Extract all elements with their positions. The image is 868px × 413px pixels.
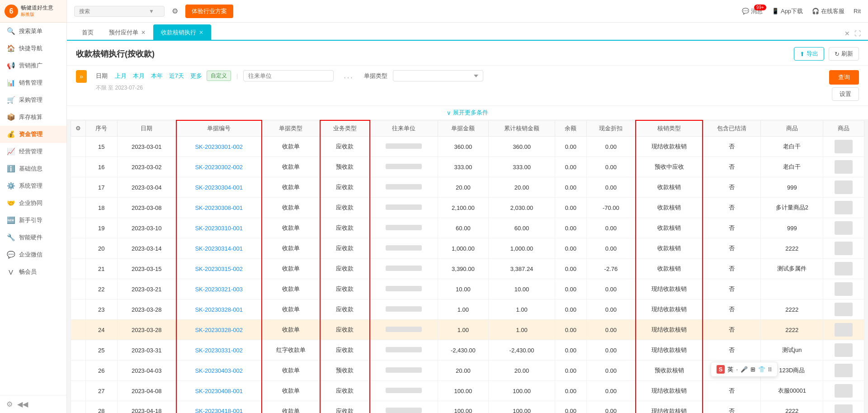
shortcut-this-year[interactable]: 本年 <box>149 71 165 81</box>
search-input[interactable] <box>79 8 147 14</box>
table-row[interactable]: 27 2023-04-08 SK-20230408-001 收款单 应收款 10… <box>71 381 864 401</box>
solution-button[interactable]: 体验行业方案 <box>185 5 233 18</box>
row-doc-no[interactable]: SK-20230310-001 <box>176 218 262 238</box>
doc-no-link[interactable]: SK-20230403-002 <box>195 367 243 374</box>
table-area[interactable]: ⚙ 序号 日期 单据编号 单据类型 业务类型 往来单位 单据金额 累计核销金额 … <box>67 120 868 413</box>
table-row[interactable]: 24 2023-03-28 SK-20230328-002 收款单 应收款 1.… <box>71 320 864 340</box>
row-gear[interactable] <box>71 320 86 340</box>
row-gear[interactable] <box>71 177 86 198</box>
tab-home[interactable]: 首页 <box>74 24 101 40</box>
doc-no-link[interactable]: SK-20230321-003 <box>195 286 243 293</box>
doc-no-link[interactable]: SK-20230308-001 <box>195 204 243 211</box>
sidebar-item-basic[interactable]: ℹ️基础信息 <box>0 160 66 177</box>
table-row[interactable]: 26 2023-04-03 SK-20230403-002 收款单 预收款 20… <box>71 361 864 381</box>
custom-date-tag[interactable]: 自定义 <box>207 71 231 81</box>
sidebar-item-guide[interactable]: 🆕新手引导 <box>0 212 66 229</box>
row-gear[interactable] <box>71 401 86 413</box>
sidebar-item-hardware[interactable]: 🔧智能硬件 <box>0 229 66 246</box>
sidebar-item-shortcut[interactable]: 🏠快捷导航 <box>0 40 66 57</box>
doc-no-link[interactable]: SK-20230304-001 <box>195 184 243 191</box>
sidebar-item-search[interactable]: 🔍搜索菜单 <box>0 23 66 40</box>
sidebar-item-purchase[interactable]: 🛒采购管理 <box>0 91 66 109</box>
settings-gear-icon[interactable]: ⚙ <box>172 7 178 15</box>
online-service-button[interactable]: 🎧 在线客服 <box>812 7 844 15</box>
doc-no-link[interactable]: SK-20230314-001 <box>195 245 243 252</box>
table-row[interactable]: 19 2023-03-10 SK-20230310-001 收款单 应收款 60… <box>71 218 864 238</box>
row-doc-no[interactable]: SK-20230302-002 <box>176 157 262 177</box>
table-row[interactable]: 17 2023-03-04 SK-20230304-001 收款单 应收款 20… <box>71 177 864 198</box>
tab-close-collection[interactable]: ✕ <box>199 29 203 36</box>
table-row[interactable]: 16 2023-03-02 SK-20230302-002 收款单 预收款 33… <box>71 157 864 177</box>
type-select[interactable] <box>393 70 483 81</box>
sidebar-item-system[interactable]: ⚙️系统管理 <box>0 177 66 195</box>
row-doc-no[interactable]: SK-20230315-002 <box>176 259 262 279</box>
tab-close-prepayment[interactable]: ✕ <box>141 29 146 36</box>
row-gear[interactable] <box>71 279 86 299</box>
doc-no-link[interactable]: SK-20230418-001 <box>195 408 243 413</box>
row-gear[interactable] <box>71 157 86 177</box>
shortcut-more[interactable]: 更多 <box>189 71 204 81</box>
sidebar-item-member[interactable]: V畅会员 <box>0 263 66 280</box>
tab-collection[interactable]: 收款核销执行 ✕ <box>153 24 211 40</box>
row-doc-no[interactable]: SK-20230328-002 <box>176 320 262 340</box>
sidebar-item-collab[interactable]: 🤝企业协同 <box>0 195 66 212</box>
user-label[interactable]: Rit <box>854 8 861 14</box>
sidebar-item-operations[interactable]: 📈经营管理 <box>0 143 66 160</box>
row-doc-no[interactable]: SK-20230301-002 <box>176 137 262 157</box>
row-gear[interactable] <box>71 198 86 218</box>
table-row[interactable]: 23 2023-03-28 SK-20230328-001 收款单 应收款 1.… <box>71 299 864 320</box>
doc-no-link[interactable]: SK-20230302-002 <box>195 164 243 171</box>
table-row[interactable]: 15 2023-03-01 SK-20230301-002 收款单 应收款 36… <box>71 137 864 157</box>
shortcut-last-month[interactable]: 上月 <box>113 71 128 81</box>
row-gear[interactable] <box>71 361 86 381</box>
refresh-button[interactable]: ↻ 刷新 <box>829 47 859 61</box>
settings-icon[interactable]: ⚙ <box>6 400 13 408</box>
shortcut-7days[interactable]: 近7天 <box>167 71 186 81</box>
table-row[interactable]: 28 2023-04-18 SK-20230418-001 收款单 应收款 10… <box>71 401 864 413</box>
app-download-button[interactable]: 📱 App下载 <box>772 7 803 15</box>
doc-no-link[interactable]: SK-20230315-002 <box>195 266 243 272</box>
tab-prepayment[interactable]: 预付应付单 ✕ <box>101 24 153 40</box>
sidebar-item-wechat[interactable]: 💬企业微信 <box>0 246 66 263</box>
sidebar-item-finance[interactable]: 💰资金管理 <box>0 126 66 143</box>
row-doc-no[interactable]: SK-20230314-001 <box>176 238 262 259</box>
doc-no-link[interactable]: SK-20230408-001 <box>195 388 243 394</box>
row-doc-no[interactable]: SK-20230331-002 <box>176 340 262 361</box>
doc-no-link[interactable]: SK-20230328-001 <box>195 306 243 313</box>
query-button[interactable]: 查询 <box>829 70 859 85</box>
row-doc-no[interactable]: SK-20230408-001 <box>176 381 262 401</box>
row-doc-no[interactable]: SK-20230321-003 <box>176 279 262 299</box>
filter-settings-button[interactable]: 设置 <box>832 87 859 101</box>
table-row[interactable]: 20 2023-03-14 SK-20230314-001 收款单 应收款 1,… <box>71 238 864 259</box>
doc-no-link[interactable]: SK-20230310-001 <box>195 225 243 232</box>
sidebar-item-inventory[interactable]: 📦库存核算 <box>0 109 66 126</box>
shortcut-this-month[interactable]: 本月 <box>131 71 146 81</box>
export-button[interactable]: ⬆ 导出 <box>794 47 824 61</box>
row-doc-no[interactable]: SK-20230304-001 <box>176 177 262 198</box>
row-doc-no[interactable]: SK-20230418-001 <box>176 401 262 413</box>
row-gear[interactable] <box>71 259 86 279</box>
table-row[interactable]: 22 2023-03-21 SK-20230321-003 收款单 应收款 10… <box>71 279 864 299</box>
doc-no-link[interactable]: SK-20230331-002 <box>195 347 243 354</box>
tabbar-expand-icon[interactable]: ⛶ <box>854 30 861 37</box>
row-doc-no[interactable]: SK-20230308-001 <box>176 198 262 218</box>
table-row[interactable]: 25 2023-03-31 SK-20230331-002 红字收款单 应收款 … <box>71 340 864 361</box>
sidebar-item-marketing[interactable]: 📢营销推广 <box>0 57 66 74</box>
row-gear[interactable] <box>71 238 86 259</box>
filter-expand-button[interactable]: » <box>76 70 87 83</box>
row-gear[interactable] <box>71 218 86 238</box>
messages-button[interactable]: 💬 消息 99+ <box>742 7 763 15</box>
row-doc-no[interactable]: SK-20230403-002 <box>176 361 262 381</box>
row-gear[interactable] <box>71 137 86 157</box>
doc-no-link[interactable]: SK-20230328-002 <box>195 327 243 333</box>
row-gear[interactable] <box>71 381 86 401</box>
doc-no-link[interactable]: SK-20230301-002 <box>195 143 243 150</box>
sidebar-item-sales[interactable]: 📊销售管理 <box>0 74 66 91</box>
row-gear[interactable] <box>71 340 86 361</box>
search-box[interactable]: ▼ <box>74 6 165 17</box>
expand-more-button[interactable]: ∨ 展开更多条件 <box>447 109 488 117</box>
unit-input[interactable] <box>243 70 334 81</box>
collapse-icon[interactable]: ◀◀ <box>17 400 28 408</box>
tabbar-close-icon[interactable]: ✕ <box>844 30 850 37</box>
col-gear[interactable]: ⚙ <box>71 120 86 137</box>
